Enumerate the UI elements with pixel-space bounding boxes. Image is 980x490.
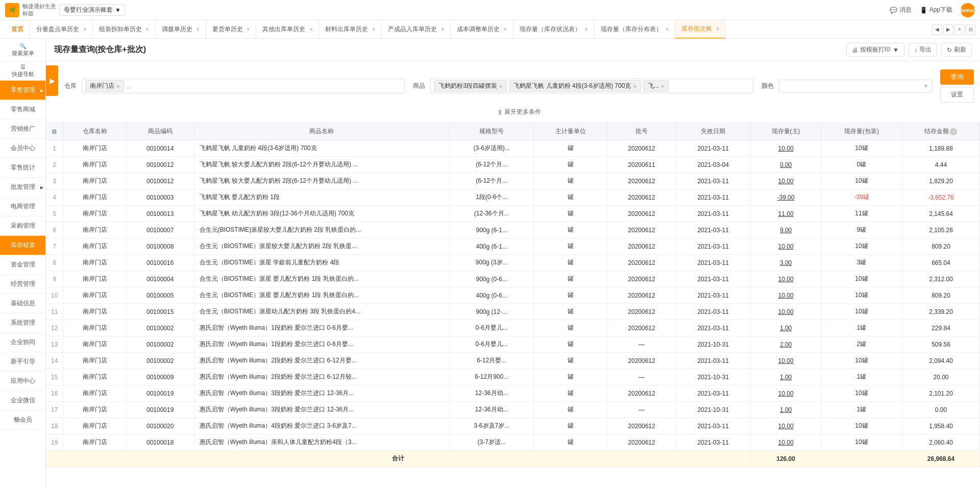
chevron-right-icon: ▶ xyxy=(40,88,43,92)
product-tag-2[interactable]: 飞鹤星飞帆 儿童奶粉 4段(3-6岁适用) 700克 × xyxy=(509,80,641,92)
cell-qty-main[interactable]: 11.00 xyxy=(751,206,821,222)
sidebar-item-wholesale[interactable]: 批发管理 ▶ xyxy=(0,178,45,197)
sidebar-item-wechat[interactable]: 企业微信 xyxy=(0,391,45,410)
tab-fen-pan[interactable]: 分量盘点单历史 × xyxy=(30,20,93,39)
app-download-button[interactable]: 📱 App下载 xyxy=(920,6,952,14)
tab-diao-bo[interactable]: 调拨单历史 × xyxy=(156,20,206,39)
cell-qty-main[interactable]: 10.00 xyxy=(751,173,821,189)
tab-xian-cun-kf[interactable]: 现存量（库存分布表） × xyxy=(595,20,676,39)
cell-qty-main[interactable]: 0.00 xyxy=(751,157,821,173)
account-selector[interactable]: 母婴行业演示账套 ▼ xyxy=(59,4,126,16)
close-icon[interactable]: × xyxy=(372,27,375,32)
sidebar-item-finance[interactable]: 资金管理 xyxy=(0,255,45,275)
cell-qty-main[interactable]: 10.00 xyxy=(751,271,821,287)
sidebar-item-system[interactable]: 系统管理 xyxy=(0,313,45,333)
sidebar-item-retail[interactable]: 零售管理 ▶ xyxy=(0,81,45,100)
tab-cheng-ben[interactable]: 成本调整单历史 × xyxy=(451,20,513,39)
filter-more-dots[interactable]: ... xyxy=(126,83,131,90)
message-button[interactable]: 💬 消息 xyxy=(890,6,912,14)
cell-unit: 罐 xyxy=(534,434,608,451)
sidebar-item-appstore[interactable]: 应用中心 xyxy=(0,372,45,391)
tag-close-icon[interactable]: × xyxy=(633,83,636,89)
cell-qty-main[interactable]: 2.00 xyxy=(751,336,821,353)
close-icon[interactable]: × xyxy=(146,27,149,32)
cell-qty-main[interactable]: 9.00 xyxy=(751,222,821,238)
cell-qty-main[interactable]: 1.00 xyxy=(751,369,821,385)
info-icon[interactable]: i xyxy=(950,128,957,135)
tag-close-icon[interactable]: × xyxy=(661,83,664,89)
tab-cai-liao[interactable]: 材料出库单历史 × xyxy=(319,20,382,39)
tab-zu-zhuang[interactable]: 组装拆卸单历史 × xyxy=(93,20,156,39)
close-icon[interactable]: × xyxy=(666,27,669,32)
settings-button[interactable]: 设置 xyxy=(940,87,974,103)
warehouse-tag[interactable]: 南岸门店 × xyxy=(85,80,124,92)
sidebar-item-purchase[interactable]: 采购管理 xyxy=(0,216,45,236)
cell-qty-main[interactable]: 1.00 xyxy=(751,320,821,336)
sidebar-search[interactable]: 🔍 搜索菜单 xyxy=(0,39,45,62)
product-tag-3[interactable]: 飞... × xyxy=(643,80,669,92)
template-print-button[interactable]: 🖨 按模板打印 ▼ xyxy=(846,43,904,57)
cell-qty-main[interactable]: 10.00 xyxy=(751,140,821,157)
cell-qty-main[interactable]: 10.00 xyxy=(751,434,821,451)
sidebar-item-retail-stats[interactable]: 零售统计 xyxy=(0,158,45,178)
sidebar-item-mall[interactable]: 零售商城 xyxy=(0,100,45,119)
close-icon[interactable]: × xyxy=(504,27,507,32)
cell-qty-pkg: 1罐 xyxy=(821,320,902,336)
cell-qty-main[interactable]: -39.00 xyxy=(751,189,821,206)
cell-qty-main[interactable]: 10.00 xyxy=(751,385,821,402)
warehouse-tag-container[interactable]: 南岸门店 × ... xyxy=(82,79,405,93)
cell-qty-main[interactable]: 10.00 xyxy=(751,304,821,320)
tab-menu-button[interactable]: ⊟ xyxy=(966,24,976,35)
tab-xian-cun-kz[interactable]: 现存量（库存状况表） × xyxy=(513,20,595,39)
expand-more-button[interactable]: ⊻ 展开更多条件 xyxy=(64,106,974,118)
sidebar-item-ecommerce[interactable]: 电商管理 xyxy=(0,197,45,216)
cell-qty-main[interactable]: 10.00 xyxy=(751,418,821,434)
cell-qty-main[interactable]: 10.00 xyxy=(751,353,821,369)
cell-spec: (12-36个月... xyxy=(450,206,534,222)
close-icon[interactable]: × xyxy=(585,27,588,32)
close-icon[interactable]: × xyxy=(716,26,719,32)
close-icon[interactable]: × xyxy=(441,27,444,32)
sidebar-quick-nav[interactable]: ☰ 快捷导航 xyxy=(0,62,45,81)
tab-qi-ta[interactable]: 其他出库单历史 × xyxy=(256,20,319,39)
sidebar: 🔍 搜索菜单 ☰ 快捷导航 零售管理 ▶ 零售商城 营销推广 会员中心 零售统计… xyxy=(0,39,46,490)
filter-toggle-button[interactable]: ▶ xyxy=(46,65,58,96)
refresh-button[interactable]: ↻ 刷新 xyxy=(941,43,972,57)
sidebar-item-enterprise[interactable]: 企业协同 xyxy=(0,333,45,352)
tab-next-button[interactable]: ▶ xyxy=(943,24,953,35)
cell-amount: 229.84 xyxy=(902,320,979,336)
sidebar-item-inventory[interactable]: 库存核算 xyxy=(0,236,45,255)
gear-icon[interactable]: ⚙ xyxy=(52,128,57,135)
sidebar-item-basics[interactable]: 基础信息 xyxy=(0,294,45,313)
close-icon[interactable]: × xyxy=(309,27,312,32)
cell-qty-pkg: 1罐 xyxy=(821,369,902,385)
tab-close-button[interactable]: × xyxy=(954,24,965,35)
tab-ku-cun[interactable]: 库存批次账 × xyxy=(675,20,726,39)
sidebar-item-member[interactable]: 会员中心 xyxy=(0,139,45,158)
cell-qty-main[interactable]: 3.00 xyxy=(751,255,821,271)
product-tag-container[interactable]: 飞鹤奶粉3段四罐摆装 × 飞鹤星飞帆 儿童奶粉 4段(3-6岁适用) 700克 … xyxy=(430,79,753,93)
tab-home[interactable]: 首页 xyxy=(5,20,30,39)
close-icon[interactable]: × xyxy=(247,27,250,32)
query-button[interactable]: 查询 xyxy=(940,69,974,85)
sidebar-item-member2[interactable]: 畅会员 xyxy=(0,410,45,430)
sidebar-item-guide[interactable]: 新手引导 xyxy=(0,352,45,372)
tab-prev-button[interactable]: ◀ xyxy=(932,24,942,35)
close-icon[interactable]: × xyxy=(83,27,86,32)
cell-qty-main[interactable]: 10.00 xyxy=(751,287,821,304)
cell-expire: 2021-03-11 xyxy=(675,189,750,206)
export-button[interactable]: ↓ 导出 xyxy=(909,43,937,57)
user-menu[interactable]: demo2 xyxy=(961,3,975,17)
sidebar-item-marketing[interactable]: 营销推广 xyxy=(0,119,45,139)
tab-chan-cheng[interactable]: 产成品入库单历史 × xyxy=(382,20,451,39)
cell-code: 00100012 xyxy=(126,157,194,173)
product-tag-1[interactable]: 飞鹤奶粉3段四罐摆装 × xyxy=(434,80,507,92)
cell-qty-main[interactable]: 10.00 xyxy=(751,238,821,255)
tag-close-icon[interactable]: × xyxy=(499,83,502,89)
cell-qty-main[interactable]: 1.00 xyxy=(751,402,821,418)
close-icon[interactable]: × xyxy=(197,27,200,32)
tag-close-icon[interactable]: × xyxy=(116,83,119,89)
sidebar-item-operations[interactable]: 经营管理 xyxy=(0,275,45,294)
cell-qty-pkg: 9罐 xyxy=(821,222,902,238)
tab-yao-huo[interactable]: 要货单历史 × xyxy=(206,20,257,39)
